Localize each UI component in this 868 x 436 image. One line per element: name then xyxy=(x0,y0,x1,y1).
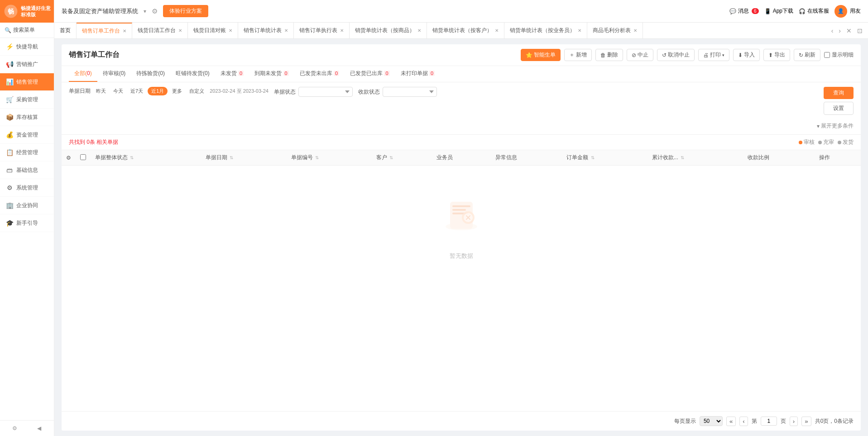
smart-create-button[interactable]: ⭐ 智能生单 xyxy=(521,49,561,61)
sort-number-icon[interactable]: ⇅ xyxy=(315,155,319,160)
quick-ship-btn[interactable]: 发货 xyxy=(838,138,854,146)
tab-product-margin[interactable]: 商品毛利分析表 ✕ xyxy=(587,23,643,39)
payment-filter-select[interactable] xyxy=(383,87,437,97)
delete-button[interactable]: 🗑 删除 xyxy=(595,49,623,61)
tab-sales-stats[interactable]: 销售订单统计表 ✕ xyxy=(238,23,294,39)
filter-settings-button[interactable]: 设置 xyxy=(824,102,854,115)
sidebar-item-purchase[interactable]: 🛒 采购管理 xyxy=(0,91,54,109)
topbar-app-download[interactable]: 📱 App下载 xyxy=(764,7,793,15)
stop-button[interactable]: ⊘ 中止 xyxy=(627,49,653,61)
payment-filter-label: 收款状态 xyxy=(358,88,380,96)
th-status: 单据整体状态 ⇅ xyxy=(91,150,201,166)
export-button[interactable]: ⬆ 导出 xyxy=(763,49,790,61)
sub-tab-pending-review[interactable]: 待审核(0) xyxy=(97,66,131,82)
date-btn-1month[interactable]: 近1月 xyxy=(148,87,168,95)
tab-close-sale-stats-customer[interactable]: ✕ xyxy=(495,28,499,33)
tab-cash-daily[interactable]: 钱货日清工作台 ✕ xyxy=(132,23,188,39)
th-settings[interactable]: ⚙ xyxy=(62,150,76,166)
sub-tab-wangpu-ship[interactable]: 旺铺待发货(0) xyxy=(170,66,215,82)
sub-tab-expired-not-shipped[interactable]: 到期未发货 0 xyxy=(249,66,294,82)
select-all-checkbox[interactable] xyxy=(80,154,86,160)
topbar-user-menu[interactable]: 👤 用友 xyxy=(834,5,861,18)
next-page-btn[interactable]: › xyxy=(790,417,798,426)
filter-expand-btn[interactable]: ▾ 展开更多条件 xyxy=(817,122,854,130)
sub-tab-shipped-out-warehouse[interactable]: 已发货已出库 0 xyxy=(345,66,395,82)
sidebar-item-operation[interactable]: 📋 经营管理 xyxy=(0,144,54,161)
tab-home[interactable]: 首页 xyxy=(54,23,77,39)
sub-tab-not-shipped[interactable]: 未发货 0 xyxy=(215,66,249,82)
tab-sale-stats-staff[interactable]: 销货单统计表（按业务员） ✕ xyxy=(504,23,587,39)
sidebar-item-system[interactable]: ⚙ 系统管理 xyxy=(0,179,54,197)
tab-sale-stats-customer[interactable]: 销货单统计表（按客户） ✕ xyxy=(427,23,504,39)
tab-close-cash-account[interactable]: ✕ xyxy=(229,28,232,33)
show-detail-input[interactable] xyxy=(824,52,830,58)
operation-icon: 📋 xyxy=(5,148,14,156)
sort-date-icon[interactable]: ⇅ xyxy=(230,155,233,160)
tab-close-product-margin[interactable]: ✕ xyxy=(633,28,637,33)
cancel-stop-button[interactable]: ↺ 取消中止 xyxy=(657,49,695,61)
th-checkbox[interactable] xyxy=(76,150,91,166)
tab-cash-account[interactable]: 钱货日清对账 ✕ xyxy=(188,23,238,39)
date-btn-7days[interactable]: 近7天 xyxy=(128,87,146,95)
finance-icon: 💰 xyxy=(5,131,14,139)
date-btn-more[interactable]: 更多 xyxy=(169,87,185,95)
sidebar-item-inventory[interactable]: 📦 库存核算 xyxy=(0,109,54,126)
add-button[interactable]: ＋ 新增 xyxy=(564,49,592,61)
refresh-button[interactable]: ↻ 刷新 xyxy=(794,49,820,61)
sidebar-item-guide[interactable]: 🎓 新手引导 xyxy=(0,214,54,232)
print-button[interactable]: 🖨 打印 ▾ xyxy=(698,49,729,61)
topbar-online-service[interactable]: 🎧 在线客服 xyxy=(799,7,829,15)
sidebar-search-menu[interactable]: 🔍 搜索菜单 xyxy=(0,23,54,38)
sort-amount-icon[interactable]: ⇅ xyxy=(591,155,595,160)
sub-tab-shipped-not-warehouse[interactable]: 已发货未出库 0 xyxy=(294,66,345,82)
tab-sale-stats-product[interactable]: 销货单统计表（按商品） ✕ xyxy=(350,23,427,39)
tabbar-close-btn[interactable]: ✕ xyxy=(844,26,854,35)
quick-audit-btn[interactable]: 审核 xyxy=(799,138,815,146)
sidebar-item-quicknav[interactable]: ⚡ 快捷导航 xyxy=(0,38,54,56)
sort-status-icon[interactable]: ⇅ xyxy=(130,155,134,160)
th-number-label: 单据编号 xyxy=(291,154,313,161)
sub-tab-all[interactable]: 全部(0) xyxy=(69,66,97,82)
topbar-message-action[interactable]: 💬 消息 6 xyxy=(729,7,759,15)
date-btn-today[interactable]: 今天 xyxy=(110,87,126,95)
topbar-settings-icon[interactable]: ⚙ xyxy=(152,7,158,15)
last-page-btn[interactable]: » xyxy=(801,417,811,426)
tabbar-expand-btn[interactable]: ⊡ xyxy=(855,26,864,35)
topbar-solution-button[interactable]: 体验行业方案 xyxy=(163,5,208,17)
logo-name: 畅捷通好生意 xyxy=(21,5,51,11)
tab-close-sales-workbench[interactable]: ✕ xyxy=(123,28,126,33)
status-filter-select[interactable] xyxy=(298,87,353,97)
sidebar-item-marketing[interactable]: 📢 营销推广 xyxy=(0,56,54,73)
tab-close-sale-stats-staff[interactable]: ✕ xyxy=(578,28,581,33)
add-icon: ＋ xyxy=(569,51,575,59)
prev-page-btn[interactable]: ‹ xyxy=(739,417,748,426)
tab-close-sales-exec[interactable]: ✕ xyxy=(340,28,344,33)
topbar-dropdown-icon[interactable]: ▾ xyxy=(144,8,146,14)
sort-received-icon[interactable]: ⇅ xyxy=(681,155,684,160)
tabbar-next-btn[interactable]: › xyxy=(837,26,843,35)
tabbar-prev-btn[interactable]: ‹ xyxy=(830,26,835,35)
page-number-input[interactable] xyxy=(761,417,777,426)
tab-close-cash-daily[interactable]: ✕ xyxy=(178,28,182,33)
query-button[interactable]: 查询 xyxy=(824,87,854,99)
sub-tab-not-printed[interactable]: 未打印单据 0 xyxy=(395,66,440,82)
import-button[interactable]: ⬇ 导入 xyxy=(733,49,760,61)
sidebar-item-finance[interactable]: 💰 资金管理 xyxy=(0,126,54,144)
sidebar-item-enterprise[interactable]: 🏢 企业协同 xyxy=(0,197,54,214)
sub-tab-pending-inspect[interactable]: 待拣验货(0) xyxy=(131,66,170,82)
date-btn-yesterday[interactable]: 昨天 xyxy=(93,87,109,95)
tab-sales-workbench[interactable]: 销售订单工作台 ✕ xyxy=(77,23,132,39)
first-page-btn[interactable]: « xyxy=(726,417,736,426)
show-detail-checkbox[interactable]: 显示明细 xyxy=(824,51,854,59)
sidebar-item-base[interactable]: 🗃 基础信息 xyxy=(0,161,54,179)
date-btn-custom[interactable]: 自定义 xyxy=(187,87,207,95)
sidebar-item-sales[interactable]: 📊 销售管理 xyxy=(0,73,54,91)
sidebar-settings-btn[interactable]: ⚙ xyxy=(5,425,25,431)
page-size-select[interactable]: 50 20 100 xyxy=(700,416,723,426)
tab-close-sale-stats-product[interactable]: ✕ xyxy=(417,28,421,33)
tab-sales-exec[interactable]: 销售订单执行表 ✕ xyxy=(294,23,350,39)
quick-cancel-btn[interactable]: 充审 xyxy=(818,138,834,146)
sort-customer-icon[interactable]: ⇅ xyxy=(389,155,393,160)
sidebar-collapse-btn[interactable]: ◀ xyxy=(29,425,50,431)
tab-close-sales-stats[interactable]: ✕ xyxy=(284,28,288,33)
